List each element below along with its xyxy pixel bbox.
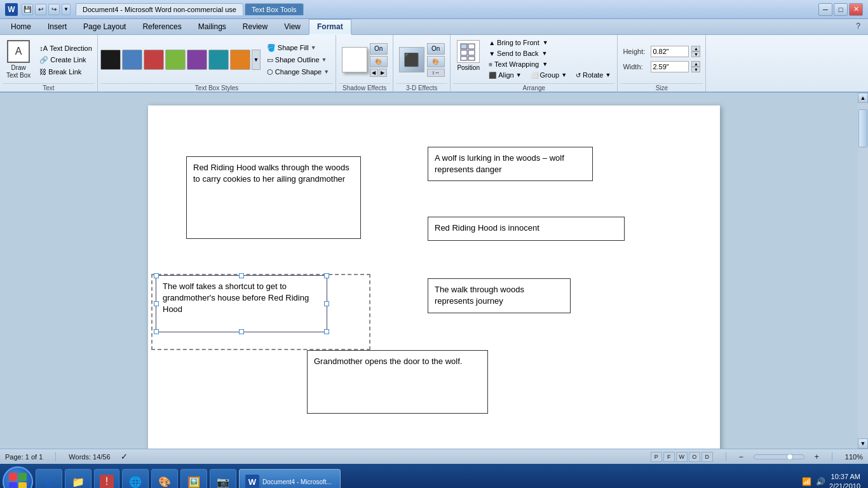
swatch-orange[interactable] (230, 50, 250, 70)
text-box-1[interactable]: Red Riding Hood walks through the woods … (186, 156, 361, 239)
width-down[interactable]: ▼ (691, 67, 700, 72)
view-draft-btn[interactable]: D (702, 452, 713, 462)
save-btn[interactable]: 💾 (22, 4, 33, 15)
taskbar-app6[interactable]: 🖼️ (180, 469, 207, 488)
swatch-dropdown[interactable]: ▼ (252, 50, 261, 70)
align-button[interactable]: ⬛ Align ▼ (485, 70, 525, 80)
start-button[interactable] (3, 466, 33, 488)
text-direction-button[interactable]: ↕A Text Direction (37, 43, 94, 53)
tab-format[interactable]: Format (309, 19, 351, 35)
taskbar-app5[interactable]: 🎨 (151, 469, 178, 488)
handle-tl[interactable] (154, 273, 159, 278)
swatch-purple[interactable] (187, 50, 207, 70)
bring-front-button[interactable]: ▲ Bring to Front ▼ (485, 37, 614, 48)
handle-bc[interactable] (239, 329, 244, 334)
zoom-slider[interactable] (754, 454, 804, 459)
volume-icon[interactable]: 🔊 (815, 477, 825, 487)
3d-direction-btn[interactable]: ↕↔ (427, 69, 445, 77)
group-button[interactable]: ⬜ Group ▼ (527, 70, 571, 80)
view-fullscreen-btn[interactable]: F (663, 452, 675, 462)
zoom-slider-thumb[interactable] (787, 454, 793, 460)
undo-btn[interactable]: ↩ (35, 4, 46, 15)
tab-review[interactable]: Review (234, 19, 276, 34)
change-shape-label: Change Shape (275, 68, 322, 76)
change-shape-button[interactable]: ⬡ Change Shape ▼ (263, 67, 333, 78)
dropdown-btn[interactable]: ▼ (62, 4, 71, 15)
tab-page-layout[interactable]: Page Layout (75, 19, 134, 34)
taskbar-app3[interactable]: ! (94, 469, 119, 488)
width-up[interactable]: ▲ (691, 61, 700, 67)
help-icon[interactable]: ? (851, 19, 865, 34)
scroll-track[interactable] (858, 103, 868, 438)
view-web-btn[interactable]: W (676, 452, 688, 462)
title-tab-tools[interactable]: Text Box Tools (245, 3, 304, 15)
text-box-6[interactable]: Grandmother opens the door to the wolf. (307, 350, 488, 414)
taskbar-word[interactable]: W Document4 - Microsoft... (239, 469, 341, 488)
taskbar-app4[interactable]: 🌐 (122, 469, 149, 488)
shape-outline-button[interactable]: ▭ Shape Outline ▼ (263, 55, 333, 65)
taskbar-ie[interactable]: e (36, 469, 62, 488)
rotate-button[interactable]: ↺ Rotate ▼ (572, 70, 614, 80)
send-back-button[interactable]: ▼ Send to Back ▼ (485, 48, 614, 58)
title-tab-doc[interactable]: Document4 - Microsoft Word non-commercia… (76, 3, 243, 15)
shadow-right-btn[interactable]: ▶ (379, 69, 387, 77)
break-link-button[interactable]: ⛓ Break Link (37, 67, 94, 77)
handle-tr[interactable] (324, 273, 329, 278)
handle-br[interactable] (324, 329, 329, 334)
scroll-up[interactable]: ▲ (858, 93, 868, 103)
view-outline-btn[interactable]: O (689, 452, 700, 462)
tab-mailings[interactable]: Mailings (190, 19, 234, 34)
zoom-in-btn[interactable]: + (815, 452, 819, 461)
shape-fill-button[interactable]: 🪣 Shape Fill ▼ (263, 43, 333, 53)
scroll-thumb[interactable] (858, 109, 867, 147)
draw-textbox-button[interactable]: A Draw Text Box (3, 37, 34, 82)
position-button[interactable]: Position (453, 37, 484, 74)
taskbar-explorer[interactable]: 📁 (65, 469, 92, 488)
text-box-5[interactable]: The walk through woods represents journe… (428, 278, 571, 313)
swatch-black[interactable] (100, 50, 121, 70)
width-input[interactable] (651, 61, 689, 72)
network-icon[interactable]: 📶 (801, 477, 811, 487)
tab-references[interactable]: References (134, 19, 189, 34)
scroll-down[interactable]: ▼ (858, 438, 868, 449)
tab-home[interactable]: Home (3, 19, 39, 34)
shadow-color-btn[interactable]: 🎨 (370, 56, 388, 67)
text-wrapping-button[interactable]: ≡ Text Wrapping ▼ (485, 59, 614, 69)
app4-icon: 🌐 (128, 474, 143, 488)
swatch-green[interactable] (165, 50, 186, 70)
height-down[interactable]: ▼ (691, 51, 700, 57)
tab-insert[interactable]: Insert (39, 19, 75, 34)
page-info: Page: 1 of 1 (5, 453, 43, 461)
3d-on-btn[interactable]: On (427, 43, 445, 55)
handle-ml[interactable] (154, 301, 159, 306)
text-box-4[interactable]: The wolf takes a shortcut to get to gran… (156, 275, 327, 332)
height-input[interactable] (651, 46, 689, 57)
close-button[interactable]: ✕ (849, 3, 863, 16)
handle-tc[interactable] (239, 273, 244, 278)
minimize-button[interactable]: ─ (818, 3, 832, 16)
maximize-button[interactable]: □ (834, 3, 848, 16)
text-box-6-content: Grandmother opens the door to the wolf. (314, 356, 462, 366)
swatch-red[interactable] (144, 50, 164, 70)
swatch-blue[interactable] (122, 50, 142, 70)
shadow-on-btn[interactable]: On (370, 43, 388, 55)
time-display: 10:37 AM (829, 472, 860, 482)
text-box-3[interactable]: Red Riding Hood is innocent (428, 217, 625, 241)
text-box-2-content: A wolf is lurking in the woods – wolf re… (435, 153, 564, 174)
handle-bl[interactable] (154, 329, 159, 334)
text-box-2[interactable]: A wolf is lurking in the woods – wolf re… (428, 147, 593, 181)
swatch-teal[interactable] (208, 50, 229, 70)
height-up[interactable]: ▲ (691, 46, 700, 51)
3d-color-btn[interactable]: 🎨 (427, 56, 445, 67)
handle-mr[interactable] (324, 301, 329, 306)
tab-view[interactable]: View (276, 19, 309, 34)
shadow-left-btn[interactable]: ◀ (370, 69, 378, 77)
redo-btn[interactable]: ↪ (48, 4, 60, 15)
zoom-out-btn[interactable]: − (739, 452, 743, 461)
taskbar-app7[interactable]: 📷 (210, 469, 236, 488)
size-section: Height: ▲ ▼ Width: ▲ ▼ Size (618, 35, 706, 92)
draw-textbox-icon: A (7, 40, 30, 63)
change-shape-icon: ⬡ (267, 68, 273, 76)
create-link-button[interactable]: 🔗 Create Link (37, 55, 94, 65)
view-print-btn[interactable]: P (651, 452, 662, 462)
